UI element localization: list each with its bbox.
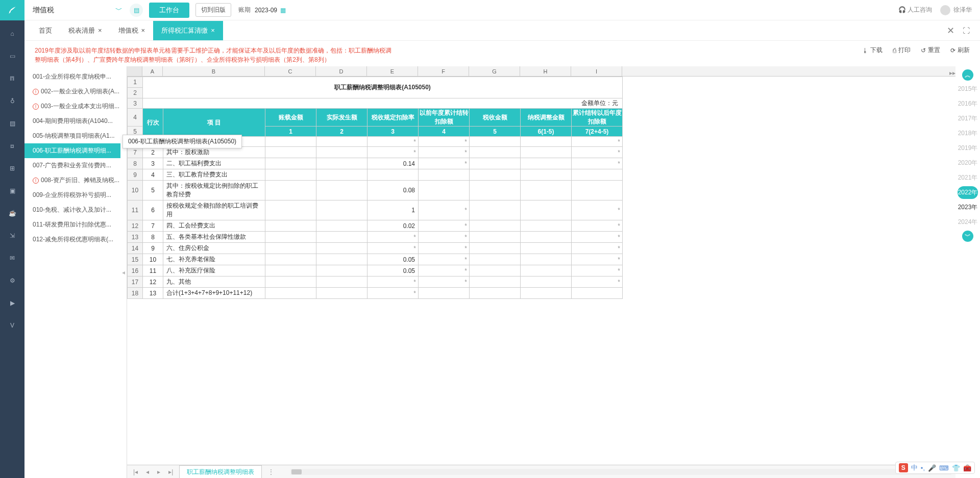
logo[interactable] [0,0,24,20]
headset-icon: 🎧 [898,6,906,13]
old-version-button[interactable]: 切到旧版 [195,3,231,17]
user-menu[interactable]: 徐泽华 [940,5,972,15]
period-picker[interactable]: 2023-09 ▦ [255,7,286,14]
topbar-right: 🎧 人工咨询 徐泽华 [898,5,972,15]
doc-button[interactable]: ▤ [130,4,143,17]
period-value: 2023-09 [255,7,277,14]
user-name: 徐泽华 [953,6,972,14]
document-icon: ▤ [134,7,139,14]
avatar-icon [940,5,950,15]
calendar-icon: ▦ [280,7,286,14]
workspace-button[interactable]: 工作台 [149,3,189,18]
period-label: 账期 [238,6,251,14]
topbar: 增值税 ﹀ ▤ 工作台 切到旧版 账期 2023-09 ▦ 🎧 人工咨询 徐泽华 [0,0,980,20]
tax-type-select[interactable]: 增值税 ﹀ [29,4,127,17]
consult-link[interactable]: 🎧 人工咨询 [898,6,932,14]
feather-icon [7,5,17,15]
tax-type-label: 增值税 [33,6,54,15]
chevron-down-icon: ﹀ [115,6,122,15]
